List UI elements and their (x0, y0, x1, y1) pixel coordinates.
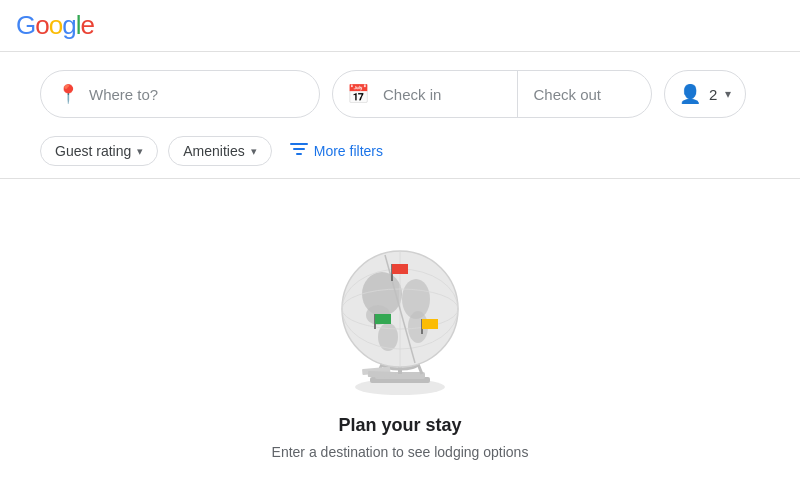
logo-g2: g (62, 10, 75, 41)
logo-e: e (80, 10, 93, 41)
amenities-arrow: ▾ (251, 145, 257, 158)
calendar-icon-wrap: 📅 (333, 71, 383, 117)
checkout-field[interactable]: Check out (518, 71, 652, 117)
svg-rect-26 (422, 319, 438, 329)
amenities-chip[interactable]: Amenities ▾ (168, 136, 271, 166)
svg-rect-28 (368, 371, 396, 378)
filter-lines-icon (290, 142, 308, 160)
svg-rect-2 (296, 153, 302, 155)
svg-rect-0 (290, 143, 308, 145)
location-icon: 📍 (57, 83, 79, 105)
guest-rating-arrow: ▾ (137, 145, 143, 158)
guest-rating-label: Guest rating (55, 143, 131, 159)
guests-dropdown-arrow: ▾ (725, 87, 731, 101)
logo-g: G (16, 10, 35, 41)
google-logo: Google (16, 10, 94, 41)
svg-rect-22 (392, 264, 408, 274)
logo-o2: o (49, 10, 62, 41)
main-content: Plan your stay Enter a destination to se… (0, 179, 800, 460)
logo-o1: o (35, 10, 48, 41)
svg-rect-1 (293, 148, 305, 150)
guest-rating-chip[interactable]: Guest rating ▾ (40, 136, 158, 166)
guests-count: 2 (709, 86, 717, 103)
date-picker-box[interactable]: 📅 Check in Check out (332, 70, 652, 118)
plan-subtitle: Enter a destination to see lodging optio… (272, 444, 529, 460)
globe-illustration (310, 209, 490, 399)
location-placeholder: Where to? (89, 86, 158, 103)
calendar-icon: 📅 (347, 83, 369, 105)
svg-rect-24 (375, 314, 391, 324)
checkout-placeholder: Check out (534, 86, 602, 103)
checkin-field[interactable]: Check in (383, 71, 518, 117)
person-icon: 👤 (679, 83, 701, 105)
amenities-label: Amenities (183, 143, 244, 159)
more-filters-label: More filters (314, 143, 383, 159)
plan-title: Plan your stay (338, 415, 461, 436)
search-row: 📍 Where to? 📅 Check in Check out 👤 2 ▾ (0, 52, 800, 132)
guests-box[interactable]: 👤 2 ▾ (664, 70, 746, 118)
location-search-box[interactable]: 📍 Where to? (40, 70, 320, 118)
filter-row: Guest rating ▾ Amenities ▾ More filters (0, 132, 800, 178)
more-filters-button[interactable]: More filters (282, 136, 391, 166)
checkin-placeholder: Check in (383, 86, 441, 103)
top-bar: Google (0, 0, 800, 52)
